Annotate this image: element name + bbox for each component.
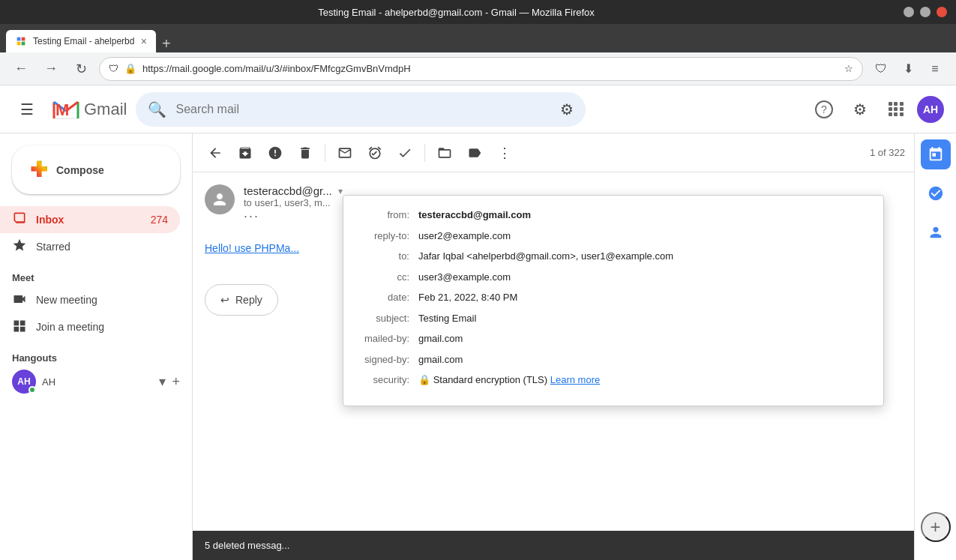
detail-row-reply-to: reply-to: user2@example.com — [358, 229, 868, 244]
cc-value: user3@example.com — [418, 270, 511, 285]
cc-label: cc: — [358, 270, 418, 285]
sender-name: testeraccbd@gr... — [244, 184, 332, 197]
sidebar-item-inbox[interactable]: Inbox 274 — [0, 206, 180, 233]
tab-title: Testing Email - ahelperbd — [33, 36, 135, 46]
move-to-button[interactable] — [431, 139, 458, 166]
security-label: security: — [358, 373, 418, 388]
lock-security-icon: 🔒 — [418, 374, 430, 385]
gmail-logo: M Gmail — [51, 94, 127, 124]
signed-by-value: gmail.com — [418, 352, 463, 367]
download-icon[interactable]: ⬇ — [896, 57, 920, 81]
subject-value: Testing Email — [418, 311, 476, 326]
sidebar-item-join-meeting[interactable]: Join a meeting — [0, 313, 180, 340]
sender-avatar — [205, 184, 235, 214]
mark-done-button[interactable] — [391, 139, 418, 166]
inbox-icon — [12, 211, 27, 229]
hangouts-title: Hangouts — [12, 352, 180, 364]
calendar-icon — [928, 146, 944, 163]
hangouts-add-button[interactable]: + — [172, 374, 180, 390]
email-details-popup: from: testeraccbd@gmail.com reply-to: us… — [343, 195, 884, 406]
add-addon-button[interactable]: + — [921, 512, 951, 542]
search-input[interactable] — [175, 103, 551, 116]
hangouts-section: Hangouts AH AH ▾ + — [0, 340, 192, 406]
email-count: 1 of 322 — [870, 147, 905, 158]
hangouts-avatar-text: AH — [17, 376, 30, 387]
sidebar: ✚ Compose Inbox 274 Starred Meet — [0, 133, 192, 560]
reload-button[interactable]: ↻ — [69, 57, 93, 81]
label-button[interactable] — [461, 139, 488, 166]
google-calendar-button[interactable] — [921, 139, 951, 169]
browser-toolbar: ← → ↻ 🛡 🔒 https://mail.google.com/mail/u… — [0, 52, 956, 85]
email-content: testeraccbd@gr... ▾ to user1, user3, m..… — [193, 172, 914, 560]
to-value: Jafar Iqbal <ahelperbd@gmail.com>, user1… — [418, 249, 673, 264]
sender-expand-icon[interactable]: ▾ — [338, 186, 343, 196]
reply-label: Reply — [235, 294, 262, 306]
window-close-button[interactable] — [937, 7, 947, 17]
search-icon: 🔍 — [148, 100, 166, 118]
bookmark-icon[interactable]: ☆ — [844, 63, 853, 74]
hamburger-menu-button[interactable]: ☰ — [12, 94, 42, 124]
delete-button[interactable] — [292, 139, 319, 166]
compose-button[interactable]: ✚ Compose — [12, 145, 180, 194]
gmail-header: ☰ M Gmail 🔍 ⚙ — [0, 85, 956, 133]
inbox-count: 274 — [151, 214, 168, 226]
right-sidebar: + — [914, 133, 956, 560]
video-icon — [12, 292, 27, 309]
spam-button[interactable] — [262, 139, 289, 166]
address-bar[interactable]: 🛡 🔒 https://mail.google.com/mail/u/3/#in… — [99, 57, 863, 81]
reply-button[interactable]: ↩ Reply — [205, 284, 278, 316]
mailed-by-value: gmail.com — [418, 331, 463, 346]
shield-toolbar-icon[interactable]: 🛡 — [869, 57, 893, 81]
minimize-button[interactable] — [904, 7, 914, 17]
maximize-button[interactable] — [920, 7, 931, 17]
reply-icon: ↩ — [220, 294, 229, 306]
hangouts-user: AH AH ▾ + — [12, 370, 180, 394]
signed-by-label: signed-by: — [358, 352, 418, 367]
new-tab-button[interactable]: + — [162, 35, 171, 52]
email-area: ⋮ 1 of 322 testeraccbd@gr... ▾ to user1 — [192, 133, 914, 560]
search-filter-icon[interactable]: ⚙ — [560, 100, 574, 118]
shield-icon: 🛡 — [109, 63, 118, 74]
back-to-inbox-button[interactable] — [202, 139, 229, 166]
compose-label: Compose — [56, 164, 104, 176]
detail-row-signed-by: signed-by: gmail.com — [358, 352, 868, 367]
grid-icon — [12, 319, 27, 336]
browser-titlebar: Testing Email - ahelperbd@gmail.com - Gm… — [0, 0, 956, 24]
sidebar-item-starred[interactable]: Starred — [0, 233, 180, 260]
detail-row-subject: subject: Testing Email — [358, 311, 868, 326]
avatar[interactable]: AH — [917, 96, 944, 123]
google-contacts-button[interactable] — [921, 217, 951, 247]
svg-text:M: M — [55, 100, 69, 119]
header-icons: ? ⚙ AH — [809, 94, 944, 124]
date-value: Feb 21, 2022, 8:40 PM — [418, 290, 517, 305]
search-bar[interactable]: 🔍 ⚙ — [136, 92, 586, 127]
menu-icon[interactable]: ≡ — [923, 57, 947, 81]
hangouts-name: AH — [42, 376, 153, 388]
settings-button[interactable]: ⚙ — [845, 94, 875, 124]
gmail-app: ☰ M Gmail 🔍 ⚙ — [0, 85, 956, 560]
mark-unread-button[interactable] — [331, 139, 358, 166]
detail-row-to: to: Jafar Iqbal <ahelperbd@gmail.com>, u… — [358, 249, 868, 264]
back-button[interactable]: ← — [9, 57, 33, 81]
apps-button[interactable] — [881, 94, 911, 124]
browser-tab[interactable]: Testing Email - ahelperbd × — [6, 30, 156, 52]
star-icon — [12, 238, 27, 256]
sidebar-item-new-meeting[interactable]: New meeting — [0, 286, 180, 313]
more-options-button[interactable]: ⋮ — [491, 139, 518, 166]
detail-row-cc: cc: user3@example.com — [358, 270, 868, 285]
help-button[interactable]: ? — [809, 94, 839, 124]
mailed-by-label: mailed-by: — [358, 331, 418, 346]
join-meeting-label: Join a meeting — [36, 321, 104, 333]
contacts-icon — [928, 224, 944, 241]
tab-close-button[interactable]: × — [141, 35, 147, 47]
security-value: 🔒 Standard encryption (TLS) Learn more — [418, 373, 600, 388]
date-label: date: — [358, 290, 418, 305]
hangouts-dropdown-button[interactable]: ▾ — [159, 373, 166, 390]
apps-icon — [889, 102, 904, 116]
browser-tabbar: Testing Email - ahelperbd × + — [0, 24, 956, 52]
forward-button[interactable]: → — [39, 57, 63, 81]
snooze-button[interactable] — [361, 139, 388, 166]
google-tasks-button[interactable] — [921, 178, 951, 208]
archive-button[interactable] — [232, 139, 259, 166]
learn-more-link[interactable]: Learn more — [550, 374, 600, 385]
